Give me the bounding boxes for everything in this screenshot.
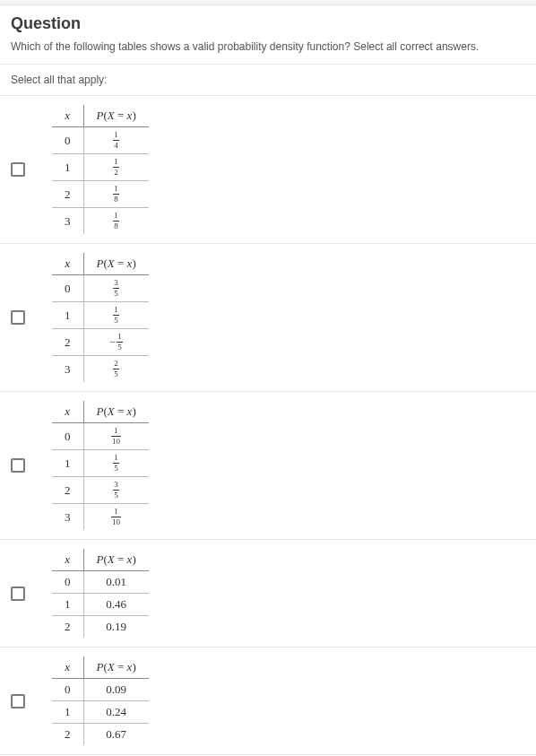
cell-x: 0 xyxy=(52,423,83,450)
table-row: 218 xyxy=(52,181,149,208)
column-header-x: x xyxy=(52,253,83,275)
cell-px: 18 xyxy=(83,208,149,235)
column-header-x: x xyxy=(52,401,83,423)
option-checkbox[interactable] xyxy=(11,310,25,325)
column-header-x: x xyxy=(52,656,83,679)
column-header-x: x xyxy=(52,105,83,127)
question-header: Question Which of the following tables s… xyxy=(0,5,536,65)
table-row: 3110 xyxy=(52,504,149,531)
table-row: 235 xyxy=(52,477,149,504)
table-row: 035 xyxy=(52,275,149,302)
options-list: xP(X = x)014112218318xP(X = x)0351152−15… xyxy=(0,96,536,756)
cell-x: 2 xyxy=(52,329,83,356)
cell-px: 0.24 xyxy=(83,701,149,724)
option-row[interactable]: xP(X = x)0351152−15325 xyxy=(0,244,536,392)
option-row[interactable]: xP(X = x)01101152353110 xyxy=(0,392,536,540)
table-row: 10.46 xyxy=(52,594,149,616)
cell-px: 0.67 xyxy=(83,724,149,746)
option-checkbox[interactable] xyxy=(11,162,25,177)
table-row: 20.67 xyxy=(52,724,149,746)
option-checkbox[interactable] xyxy=(11,587,25,601)
option-row[interactable]: xP(X = x)00.0110.4620.19 xyxy=(0,540,536,647)
cell-px: 12 xyxy=(83,154,149,181)
column-header-px: P(X = x) xyxy=(83,656,149,679)
cell-x: 0 xyxy=(52,275,83,302)
cell-x: 1 xyxy=(52,450,83,477)
probability-table: xP(X = x)014112218318 xyxy=(52,105,149,234)
column-header-px: P(X = x) xyxy=(83,401,149,423)
probability-table: xP(X = x)0351152−15325 xyxy=(52,253,149,382)
table-row: 115 xyxy=(52,302,149,329)
cell-x: 0 xyxy=(52,571,83,594)
cell-px: 0.19 xyxy=(83,616,149,639)
probability-table: xP(X = x)00.0910.2420.67 xyxy=(52,656,149,745)
column-header-px: P(X = x) xyxy=(83,549,149,571)
table-row: 112 xyxy=(52,154,149,181)
table-row: 0110 xyxy=(52,423,149,450)
cell-x: 0 xyxy=(52,127,83,154)
table-row: 014 xyxy=(52,127,149,154)
column-header-px: P(X = x) xyxy=(83,105,149,127)
cell-px: 35 xyxy=(83,275,149,302)
cell-px: 110 xyxy=(83,504,149,531)
probability-table: xP(X = x)01101152353110 xyxy=(52,401,149,530)
cell-px: 25 xyxy=(83,356,149,383)
table-row: 00.01 xyxy=(52,571,149,594)
cell-x: 2 xyxy=(52,724,83,746)
cell-x: 1 xyxy=(52,154,83,181)
table-row: 20.19 xyxy=(52,616,149,639)
table-row: 10.24 xyxy=(52,701,149,724)
option-row[interactable]: xP(X = x)014112218318 xyxy=(0,96,536,244)
cell-x: 3 xyxy=(52,504,83,531)
cell-px: 110 xyxy=(83,423,149,450)
option-row[interactable]: xP(X = x)00.0910.2420.67 xyxy=(0,647,536,755)
cell-x: 0 xyxy=(52,679,83,701)
table-row: 2−15 xyxy=(52,329,149,356)
table-row: 00.09 xyxy=(52,679,149,701)
cell-x: 3 xyxy=(52,356,83,383)
cell-px: 0.01 xyxy=(83,571,149,594)
table-row: 318 xyxy=(52,208,149,235)
question-prompt: Which of the following tables shows a va… xyxy=(11,40,525,53)
cell-x: 1 xyxy=(52,302,83,329)
column-header-x: x xyxy=(52,549,83,571)
cell-x: 1 xyxy=(52,701,83,724)
cell-x: 2 xyxy=(52,181,83,208)
cell-px: 18 xyxy=(83,181,149,208)
cell-px: 14 xyxy=(83,127,149,154)
cell-px: 15 xyxy=(83,302,149,329)
option-checkbox[interactable] xyxy=(11,694,25,708)
select-all-instruction: Select all that apply: xyxy=(0,65,536,96)
table-row: 325 xyxy=(52,356,149,383)
probability-table: xP(X = x)00.0110.4620.19 xyxy=(52,549,149,638)
cell-x: 1 xyxy=(52,594,83,616)
table-row: 115 xyxy=(52,450,149,477)
cell-px: 0.46 xyxy=(83,594,149,616)
cell-px: 35 xyxy=(83,477,149,504)
cell-x: 3 xyxy=(52,208,83,235)
cell-px: 15 xyxy=(83,450,149,477)
cell-x: 2 xyxy=(52,616,83,639)
cell-px: 0.09 xyxy=(83,679,149,701)
option-checkbox[interactable] xyxy=(11,458,25,473)
column-header-px: P(X = x) xyxy=(83,253,149,275)
question-title: Question xyxy=(11,14,525,33)
cell-x: 2 xyxy=(52,477,83,504)
cell-px: −15 xyxy=(83,329,149,356)
